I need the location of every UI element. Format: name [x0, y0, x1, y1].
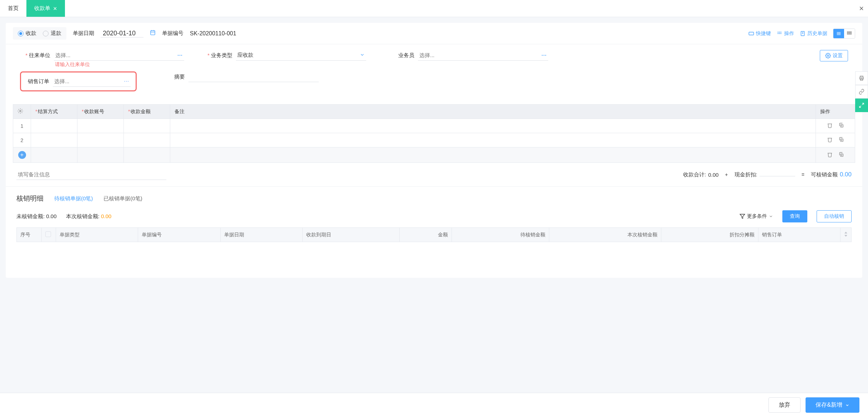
- delete-icon[interactable]: [827, 122, 833, 129]
- add-row[interactable]: +: [13, 147, 31, 163]
- receipt-table: 结算方式 收款账号 收款金额 备注 操作 1: [13, 104, 855, 163]
- col-duedate: 收款到期日: [302, 228, 399, 242]
- calendar-icon[interactable]: [150, 30, 156, 37]
- svg-rect-0: [151, 31, 155, 35]
- cell[interactable]: [31, 147, 77, 163]
- col-remark: 备注: [170, 105, 816, 119]
- view-list-button[interactable]: [833, 29, 844, 38]
- summary-label: 摘要: [155, 74, 185, 80]
- svg-point-22: [20, 110, 21, 112]
- col-sort[interactable]: [841, 228, 852, 242]
- cell[interactable]: [31, 119, 77, 133]
- col-checkbox[interactable]: [42, 228, 56, 242]
- printer-icon: [859, 75, 864, 81]
- cell[interactable]: [124, 119, 170, 133]
- delete-icon[interactable]: [827, 137, 833, 144]
- tab-home[interactable]: 首页: [0, 0, 26, 17]
- keyboard-icon: [748, 31, 754, 36]
- form-area: 往来单位 ··· 请输入往来单位 业务类型: [6, 44, 862, 104]
- partner-input[interactable]: [54, 50, 184, 61]
- salesperson-field: 业务员 ···: [384, 50, 548, 61]
- cell[interactable]: [77, 119, 124, 133]
- salesorder-input[interactable]: [53, 76, 131, 87]
- operate-button[interactable]: 操作: [777, 30, 794, 37]
- grid-icon: [777, 31, 782, 36]
- cell[interactable]: [77, 147, 124, 163]
- view-grid-button[interactable]: [844, 29, 855, 38]
- discount-input[interactable]: [760, 173, 795, 176]
- gear-header[interactable]: [13, 105, 31, 119]
- more-icon[interactable]: ···: [124, 79, 129, 84]
- list-icon: [836, 31, 842, 36]
- plus-icon: +: [18, 151, 26, 159]
- query-button[interactable]: 查询: [782, 210, 807, 222]
- shortcut-button[interactable]: 快捷键: [748, 30, 771, 37]
- more-icon[interactable]: ···: [177, 52, 183, 58]
- side-print-button[interactable]: [855, 71, 868, 85]
- col-seq: 序号: [17, 228, 42, 242]
- side-expand-button[interactable]: [855, 99, 868, 112]
- col-docno: 单据编号: [138, 228, 220, 242]
- shortcut-label: 快捷键: [756, 30, 771, 37]
- col-amount: 金额: [399, 228, 452, 242]
- more-filter-button[interactable]: 更多条件: [740, 213, 773, 220]
- form-row-1: 往来单位 ··· 请输入往来单位 业务类型: [20, 50, 848, 68]
- row-index: 1: [13, 119, 31, 133]
- discount-item: 现金折扣:: [735, 171, 795, 178]
- svg-marker-32: [740, 214, 745, 218]
- verify-section: 核销明细 待核销单据(0笔) 已核销单据(0笔) 未核销金额: 0.00 本次核…: [6, 187, 862, 249]
- close-icon[interactable]: ×: [53, 5, 57, 12]
- tabs-bar: 首页 收款单 × ×: [0, 0, 868, 17]
- summary-input[interactable]: [188, 71, 319, 82]
- copy-icon[interactable]: [838, 137, 844, 144]
- close-all-icon[interactable]: ×: [859, 4, 864, 13]
- delete-icon[interactable]: [827, 152, 833, 159]
- chevron-down-icon: [769, 214, 773, 218]
- col-action: 操作: [816, 105, 855, 119]
- sort-icon: [844, 232, 848, 237]
- copy-icon[interactable]: [838, 122, 844, 129]
- radio-receive[interactable]: 收款: [18, 30, 36, 37]
- more-icon[interactable]: ···: [541, 52, 547, 58]
- equals-sign: =: [802, 172, 804, 177]
- cell[interactable]: [31, 133, 77, 147]
- cell[interactable]: [124, 133, 170, 147]
- unverified-stat: 未核销金额: 0.00: [16, 213, 57, 220]
- chevron-down-icon[interactable]: [360, 52, 365, 59]
- col-amount: 收款金额: [124, 105, 170, 119]
- col-type: 单据类型: [56, 228, 138, 242]
- verifiable-item: 可核销金额 0.00: [811, 171, 852, 178]
- settings-button[interactable]: 设置: [820, 50, 848, 61]
- cell[interactable]: [170, 133, 816, 147]
- auto-verify-button[interactable]: 自动核销: [817, 210, 852, 222]
- col-date: 单据日期: [220, 228, 302, 242]
- biztype-input[interactable]: [236, 50, 366, 61]
- side-attach-button[interactable]: [855, 85, 868, 99]
- cell[interactable]: [170, 119, 816, 133]
- cell[interactable]: [170, 147, 816, 163]
- svg-marker-33: [844, 232, 847, 233]
- plus-sign: +: [725, 172, 728, 177]
- cell[interactable]: [124, 147, 170, 163]
- tab-receipt[interactable]: 收款单 ×: [26, 0, 65, 17]
- radio-refund[interactable]: 退款: [43, 30, 61, 37]
- history-button[interactable]: 历史单据: [800, 30, 827, 37]
- tab-done[interactable]: 已核销单据(0笔): [104, 195, 142, 202]
- view-toggle: [833, 29, 855, 39]
- col-account: 收款账号: [77, 105, 124, 119]
- copy-icon[interactable]: [838, 152, 844, 159]
- date-input[interactable]: 2020-01-10: [101, 30, 143, 37]
- document-header: 收款 退款 单据日期 2020-01-10 单据编号 SK-20200110-0…: [6, 23, 862, 44]
- svg-point-7: [781, 31, 782, 32]
- total-label: 收款合计:: [683, 171, 706, 178]
- gear-icon: [825, 53, 831, 59]
- form-row-2: 销售订单 ··· 摘要: [20, 71, 848, 91]
- remark-input[interactable]: [16, 169, 166, 180]
- tab-pending[interactable]: 待核销单据(0笔): [54, 195, 93, 202]
- verify-controls: 未核销金额: 0.00 本次核销金额: 0.00 更多条件 查询 自动核销: [16, 210, 852, 222]
- date-label: 单据日期: [73, 30, 94, 37]
- svg-point-9: [779, 33, 780, 34]
- document-icon: [800, 31, 806, 36]
- cell[interactable]: [77, 133, 124, 147]
- salesperson-input[interactable]: [418, 50, 548, 61]
